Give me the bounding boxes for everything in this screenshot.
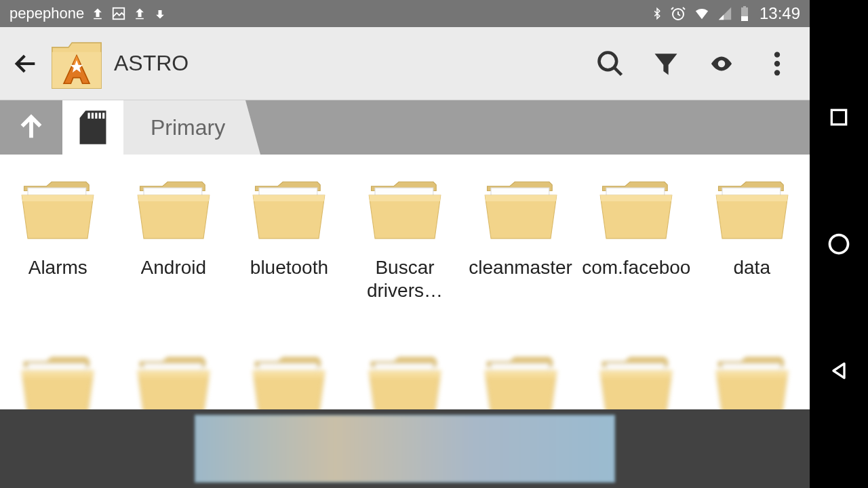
breadcrumb-label: Primary [151,115,225,140]
folder-item[interactable]: cleanmaster [462,168,578,306]
breadcrumb-bar: Primary [0,100,810,155]
folder-item[interactable]: data [694,168,810,306]
back-button[interactable] [9,47,42,80]
folder-label: Android [141,256,207,279]
status-bar: pepephone [0,0,810,27]
folder-item[interactable]: com.facebook.or… [578,168,694,306]
folder-label: data [733,256,770,279]
upload-icon [91,7,104,20]
folder-label: cleanmaster [469,256,572,279]
folder-icon [480,172,561,247]
system-nav-bar [810,0,868,488]
app-title: ASTRO [114,51,189,76]
breadcrumb-primary[interactable]: Primary [123,100,245,155]
folder-item[interactable]: Alarms [0,168,116,306]
upload-icon-2 [133,7,146,20]
download-icon [153,7,167,20]
ad-banner[interactable] [195,415,615,483]
folder-label: Alarms [28,256,87,279]
svg-point-8 [718,60,726,67]
image-icon [111,6,126,21]
bluetooth-icon [651,5,663,22]
folder-label: Buscar drivers… [351,256,459,302]
breadcrumb-storage[interactable] [62,100,123,155]
folder-item[interactable]: bluetooth [231,168,347,306]
svg-rect-16 [102,113,104,119]
nav-recent-button[interactable] [824,102,854,132]
overflow-button[interactable] [761,47,793,80]
nav-home-button[interactable] [824,229,854,259]
svg-point-9 [774,52,780,57]
svg-point-18 [830,235,848,253]
view-button[interactable] [705,47,738,80]
wifi-icon [693,6,711,21]
app-bar: ASTRO [0,27,810,100]
svg-rect-5 [741,16,748,21]
carrier-label: pepephone [9,5,84,22]
folder-icon [133,172,214,247]
battery-icon [739,5,750,22]
svg-point-7 [599,52,617,70]
alarm-icon [670,5,686,22]
svg-rect-14 [95,113,97,119]
up-button[interactable] [0,100,62,155]
clock-label: 13:49 [760,4,800,23]
svg-point-10 [774,60,780,66]
folder-icon [364,172,446,247]
folder-label: bluetooth [250,256,328,279]
signal-icon [717,6,732,21]
ad-banner-bar [0,409,810,488]
folder-label: com.facebook.or… [582,256,690,279]
svg-rect-4 [743,6,746,7]
filter-button[interactable] [650,47,682,80]
svg-rect-17 [831,110,846,125]
svg-point-11 [774,70,780,75]
svg-rect-15 [99,113,101,119]
svg-rect-12 [87,113,90,119]
folder-icon [711,172,793,247]
search-button[interactable] [594,47,627,80]
svg-rect-13 [92,113,94,119]
nav-back-button[interactable] [824,356,854,386]
app-icon [46,33,107,95]
folder-icon [17,172,98,247]
folder-item[interactable]: Buscar drivers… [347,168,463,306]
folder-icon [248,172,330,247]
folder-item[interactable]: Android [116,168,232,306]
folder-icon [595,172,677,247]
file-grid-container[interactable]: Alarms Android bluetooth Buscar drivers…… [0,155,810,488]
